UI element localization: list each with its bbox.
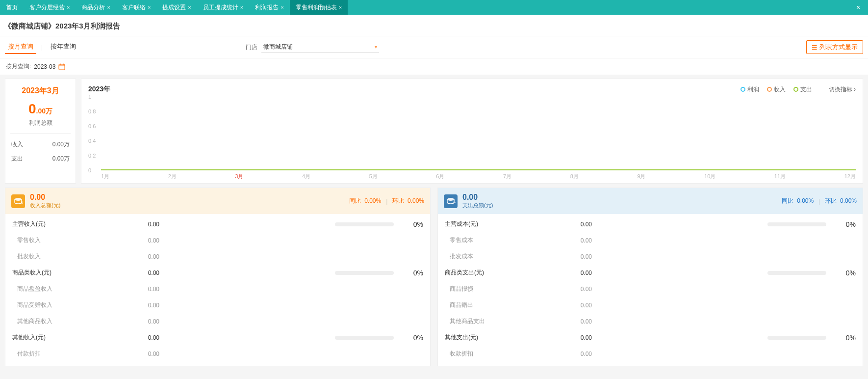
legend-income[interactable]: 收入 (767, 85, 786, 94)
data-row-main: 其他收入(元)0.00 0% (5, 329, 430, 346)
summary-card: 2023年3月 0.00万 利润总额 收入0.00万 支出0.00万 (5, 79, 76, 184)
filter-value[interactable]: 2023-03 (34, 63, 55, 70)
tab-item[interactable]: 零售利润预估表× (290, 0, 348, 15)
chart-plot[interactable]: 10.80.60.40.20 1月2月3月4月5月6月7月8月9月10月11月1… (88, 97, 856, 180)
chart-legend: 利润 收入 支出 切换指标 › (740, 85, 856, 94)
close-tab-icon[interactable]: × (240, 4, 243, 10)
data-row-sub: 批发成本0.00 (438, 248, 863, 265)
close-tab-icon[interactable]: × (107, 4, 110, 10)
top-tab-bar: 首页 客户分层经营×商品分析×客户联络×提成设置×员工提成统计×利润报告×零售利… (0, 0, 868, 15)
x-tick: 3月 (235, 173, 243, 180)
tab-query-month[interactable]: 按月查询 (5, 40, 36, 54)
data-row-sub: 商品报损0.00 (438, 281, 863, 297)
calendar-icon[interactable] (58, 63, 65, 70)
tab-item[interactable]: 客户联络× (116, 0, 156, 15)
expense-total-label: 支出总额(元) (462, 202, 493, 209)
filter-summary: 按月查询: 2023-03 (0, 58, 868, 75)
tab-item[interactable]: 提成设置× (156, 0, 197, 15)
x-tick: 2月 (168, 173, 177, 180)
y-tick: 0.2 (88, 153, 96, 159)
expense-icon: − (444, 194, 458, 208)
tab-item[interactable]: 员工提成统计× (197, 0, 249, 15)
expense-total-value: 0.00 (462, 193, 493, 202)
x-tick: 1月 (101, 173, 109, 180)
data-row-sub: 收款折扣0.00 (438, 346, 863, 362)
data-row-sub: 零售收入0.00 (5, 232, 430, 248)
chevron-down-icon: ▾ (375, 44, 377, 50)
list-view-label: 列表方式显示 (819, 43, 858, 52)
store-select-value: 微商城店铺 (263, 43, 293, 51)
chart-data-line (101, 169, 856, 170)
income-panel: + 0.00 收入总额(元) 同比 0.00% | 环比 0.00% 主营收入(… (5, 188, 431, 366)
query-bar: 按月查询 | 按年查询 门店 微商城店铺 ▾ ☰ 列表方式显示 (0, 36, 868, 58)
data-row-sub: 批发收入0.00 (5, 248, 430, 265)
income-mom: 环比 0.00% (392, 197, 424, 205)
y-tick: 0.6 (88, 123, 96, 129)
summary-profit-value: 0.00万 (10, 101, 71, 117)
progress-bar (335, 271, 394, 275)
list-view-button[interactable]: ☰ 列表方式显示 (806, 40, 863, 54)
svg-text:−: − (453, 199, 456, 206)
tab-item[interactable]: 利润报告× (249, 0, 289, 15)
data-row-sub: 零售成本0.00 (438, 232, 863, 248)
close-tab-icon[interactable]: × (148, 4, 151, 10)
legend-profit[interactable]: 利润 (740, 85, 759, 94)
data-row-sub: 其他商品收入0.00 (5, 313, 430, 329)
x-tick: 9月 (637, 173, 645, 180)
data-row-sub: 其他商品支出0.00 (438, 313, 863, 329)
data-row-main: 主营成本(元)0.00 0% (438, 216, 863, 232)
data-row-main: 主营收入(元)0.00 0% (5, 216, 430, 232)
summary-income-label: 收入 (11, 140, 23, 149)
data-row-sub: 商品赠出0.00 (438, 297, 863, 313)
progress-bar (335, 336, 394, 340)
svg-rect-0 (59, 64, 65, 70)
progress-bar (767, 336, 826, 340)
tab-item[interactable]: 客户分层经营× (24, 0, 76, 15)
data-row-main: 其他支出(元)0.00 0% (438, 329, 863, 346)
y-tick: 0 (88, 167, 91, 173)
y-tick: 0.8 (88, 108, 96, 114)
separator: | (38, 44, 46, 51)
tab-home[interactable]: 首页 (4, 0, 24, 15)
y-tick: 1 (88, 94, 91, 100)
x-tick: 11月 (774, 173, 786, 180)
summary-income-value: 0.00万 (52, 140, 70, 149)
x-tick: 8月 (570, 173, 579, 180)
summary-period: 2023年3月 (10, 86, 71, 96)
chart-card: 2023年 利润 收入 支出 切换指标 › 10.80.60.40.20 1月2… (81, 79, 863, 184)
progress-bar (767, 222, 826, 226)
close-tab-icon[interactable]: × (188, 4, 191, 10)
store-select[interactable]: 微商城店铺 ▾ (261, 42, 379, 53)
progress-bar (767, 271, 826, 275)
filter-label: 按月查询: (6, 62, 31, 71)
tab-query-year[interactable]: 按年查询 (48, 40, 79, 54)
summary-expense-value: 0.00万 (52, 155, 70, 163)
x-tick: 7月 (503, 173, 511, 180)
x-tick: 12月 (844, 173, 856, 180)
data-row-main: 商品类支出(元)0.00 0% (438, 265, 863, 281)
income-icon: + (11, 194, 25, 208)
summary-expense-label: 支出 (11, 155, 23, 163)
close-all-tabs-icon[interactable]: × (852, 3, 864, 11)
chart-title: 2023年 (88, 85, 110, 94)
income-yoy: 同比 0.00% (349, 197, 381, 205)
list-icon: ☰ (812, 44, 817, 51)
expense-mom: 环比 0.00% (825, 197, 857, 205)
x-tick: 6月 (436, 173, 444, 180)
close-tab-icon[interactable]: × (339, 4, 342, 10)
income-total-value: 0.00 (30, 193, 60, 202)
x-tick: 4月 (302, 173, 310, 180)
legend-expense[interactable]: 支出 (793, 85, 812, 94)
y-tick: 0.4 (88, 138, 96, 144)
close-tab-icon[interactable]: × (67, 4, 70, 10)
svg-text:+: + (21, 200, 23, 206)
switch-metric-button[interactable]: 切换指标 › (829, 85, 856, 94)
summary-profit-label: 利润总额 (10, 119, 71, 127)
data-row-sub: 商品受赠收入0.00 (5, 297, 430, 313)
close-tab-icon[interactable]: × (281, 4, 283, 10)
page-title: 《微商城店铺》2023年3月利润报告 (0, 15, 868, 36)
data-row-main: 商品类收入(元)0.00 0% (5, 265, 430, 281)
data-row-sub: 商品盘盈收入0.00 (5, 281, 430, 297)
tab-item[interactable]: 商品分析× (76, 0, 116, 15)
store-label: 门店 (246, 43, 257, 52)
